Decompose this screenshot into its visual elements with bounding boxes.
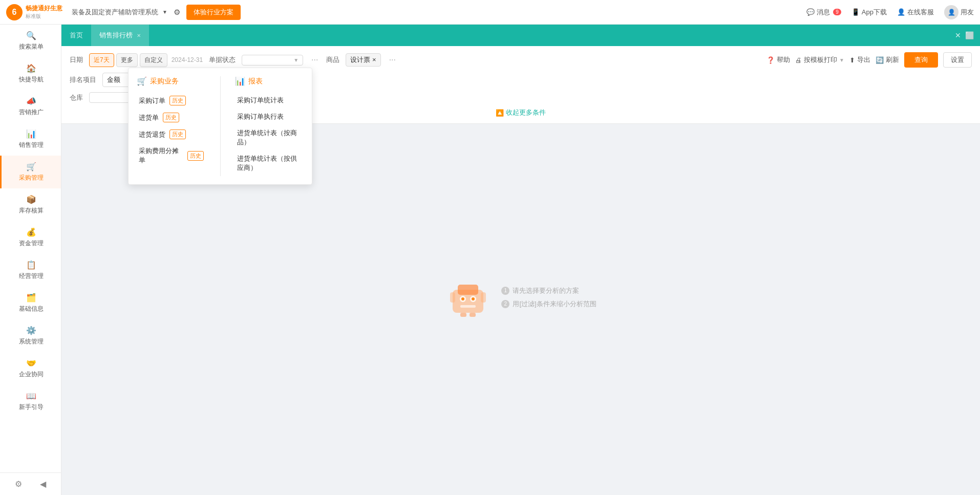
refresh-button[interactable]: 🔄 刷新 <box>876 55 899 64</box>
logo-text: 畅捷通好生意 标准版 <box>26 4 62 20</box>
sidebar-item-system[interactable]: ⚙️ 系统管理 <box>0 319 61 352</box>
toolbar-row: 日期 近7天 更多 自定义 2024-12-31 单据状态 ▼ ··· <box>70 52 972 68</box>
sidebar-item-basic[interactable]: 🗂️ 基础信息 <box>0 287 61 319</box>
sidebar-item-purchase[interactable]: 🛒 采购管理 <box>0 156 61 188</box>
print-icon: 🖨 <box>795 56 802 64</box>
top-bar: 6 畅捷通好生意 标准版 装备及固定资产辅助管理系统 ▼ ⚙ 体验行业方案 💬 … <box>0 0 980 25</box>
history-badge-3: 历史 <box>187 151 204 161</box>
menu-item-purchase-receipt[interactable]: 进货单 历史 <box>137 109 206 126</box>
hint2-num: 2 <box>501 300 509 308</box>
refresh-icon: 🔄 <box>876 56 884 64</box>
menu-item-report-receipt-supplier[interactable]: 进货单统计表（按供应商） <box>235 150 304 176</box>
logo-icon: 6 <box>6 4 23 20</box>
tab-close-icon[interactable]: ✕ <box>137 33 141 38</box>
search-icon: 🔍 <box>26 31 36 40</box>
user-menu-button[interactable]: 👤 用友 <box>944 5 974 19</box>
settings-button[interactable]: 设置 <box>943 52 972 68</box>
rank-label: 排名项目 <box>70 75 96 84</box>
industry-button[interactable]: 体验行业方案 <box>186 5 241 20</box>
menu-section-reports: 📊 报表 采购订单统计表 采购订单执行表 进货单统计表（按商品） <box>235 76 304 176</box>
operations-icon: 📋 <box>26 260 36 270</box>
hint1-num: 1 <box>501 287 509 295</box>
doc-status-select[interactable]: ▼ <box>242 55 303 66</box>
sidebar-item-search[interactable]: 🔍 搜索菜单 <box>0 25 61 57</box>
menu-section-reports-title: 📊 报表 <box>235 76 304 86</box>
goods-tag: 设计票 × <box>346 53 380 67</box>
sidebar-item-inventory[interactable]: 📦 库存核算 <box>0 188 61 221</box>
date-btn-custom[interactable]: 自定义 <box>140 53 167 67</box>
sidebar-settings-btn[interactable]: ⚙ <box>15 479 22 489</box>
main-content: 首页 销售排行榜 ✕ ✕ ⬜ 日期 近7天 更多 <box>61 25 980 495</box>
date-btn-7days[interactable]: 近7天 <box>89 53 114 67</box>
settings-icon[interactable]: ⚙ <box>174 8 180 17</box>
date-range: 近7天 更多 自定义 2024-12-31 <box>89 53 203 67</box>
query-button[interactable]: 查询 <box>904 52 938 68</box>
date-btn-more[interactable]: 更多 <box>116 53 138 67</box>
menu-item-report-receipt-goods[interactable]: 进货单统计表（按商品） <box>235 125 304 150</box>
tab-close-button[interactable]: ✕ <box>955 31 961 39</box>
sidebar-item-guide[interactable]: 📖 新手引导 <box>0 385 61 418</box>
svg-rect-7 <box>450 292 455 303</box>
help-icon: ❓ <box>766 56 775 64</box>
sidebar-item-marketing[interactable]: 📣 营销推广 <box>0 90 61 123</box>
collapse-button[interactable]: 🔼 收起更多条件 <box>496 108 546 117</box>
empty-hint-2: 2 用[过滤]条件来缩小分析范围 <box>501 299 596 309</box>
messages-button[interactable]: 💬 消息 9 <box>806 8 841 17</box>
tab-sales-rank[interactable]: 销售排行榜 ✕ <box>91 25 149 46</box>
history-badge-2: 历史 <box>169 130 186 139</box>
service-icon: 👤 <box>897 8 905 16</box>
svg-rect-1 <box>458 285 478 295</box>
menu-section-purchase: 🛒 采购业务 采购订单 历史 进货单 历史 进货退货 <box>137 76 206 176</box>
svg-rect-6 <box>460 305 476 308</box>
app-download-button[interactable]: 📱 App下载 <box>851 8 887 17</box>
svg-point-4 <box>461 297 464 300</box>
tab-home[interactable]: 首页 <box>61 25 91 46</box>
empty-illustration <box>445 274 491 320</box>
sidebar-item-sales[interactable]: 📊 销售管理 <box>0 123 61 156</box>
sidebar-item-enterprise[interactable]: 🤝 企业协同 <box>0 352 61 385</box>
tab-restore-button[interactable]: ⬜ <box>965 31 974 39</box>
system-icon: ⚙️ <box>26 326 36 335</box>
system-title-dropdown[interactable]: ▼ <box>162 9 167 15</box>
empty-hint-1: 1 请先选择要分析的方案 <box>501 286 596 295</box>
sidebar-collapse-btn[interactable]: ◀ <box>40 479 46 489</box>
marketing-icon: 📣 <box>26 96 36 106</box>
menu-item-report-order-exec[interactable]: 采购订单执行表 <box>235 109 304 125</box>
print-dropdown-icon: ▼ <box>839 57 844 63</box>
export-icon: ⬆ <box>849 56 855 64</box>
date-label: 日期 <box>70 55 83 64</box>
system-title-area: 装备及固定资产辅助管理系统 ▼ ⚙ <box>72 8 180 17</box>
print-button[interactable]: 🖨 按模板打印 ▼ <box>795 55 844 64</box>
finance-icon: 💰 <box>26 227 36 237</box>
menu-item-purchase-order[interactable]: 采购订单 历史 <box>137 92 206 109</box>
empty-hints: 1 请先选择要分析的方案 2 用[过滤]条件来缩小分析范围 <box>501 286 596 309</box>
svg-point-5 <box>472 297 475 300</box>
sales-icon: 📊 <box>26 129 36 139</box>
goods-more[interactable]: ··· <box>387 55 398 64</box>
menu-item-report-order-stat[interactable]: 采购订单统计表 <box>235 92 304 109</box>
export-button[interactable]: ⬆ 导出 <box>849 55 870 64</box>
purchase-icon: 🛒 <box>26 162 36 171</box>
user-avatar: 👤 <box>944 5 958 19</box>
tab-bar-actions: ✕ ⬜ <box>955 31 980 39</box>
message-icon: 💬 <box>806 8 815 16</box>
enterprise-icon: 🤝 <box>26 358 36 368</box>
svg-rect-8 <box>481 292 486 303</box>
online-service-button[interactable]: 👤 在线客服 <box>897 8 934 17</box>
empty-content: 1 请先选择要分析的方案 2 用[过滤]条件来缩小分析范围 <box>445 274 596 320</box>
system-title-text: 装备及固定资产辅助管理系统 <box>72 8 158 17</box>
tab-bar: 首页 销售排行榜 ✕ ✕ ⬜ <box>61 25 980 46</box>
sidebar-item-finance[interactable]: 💰 资金管理 <box>0 221 61 254</box>
menu-item-purchase-expense[interactable]: 采购费用分摊单 历史 <box>137 143 206 168</box>
help-button[interactable]: ❓ 帮助 <box>766 55 790 64</box>
menu-item-purchase-return[interactable]: 进货退货 历史 <box>137 126 206 143</box>
history-badge-0: 历史 <box>169 96 186 105</box>
history-badge-1: 历史 <box>163 113 179 122</box>
svg-rect-10 <box>470 313 476 317</box>
sidebar-item-operations[interactable]: 📋 经营管理 <box>0 254 61 287</box>
purchase-dropdown-menu[interactable]: 🛒 采购业务 采购订单 历史 进货单 历史 进货退货 <box>128 68 312 185</box>
doc-status-more[interactable]: ··· <box>309 55 320 64</box>
inventory-icon: 📦 <box>26 195 36 204</box>
sidebar-item-quicknav[interactable]: 🏠 快捷导航 <box>0 57 61 90</box>
home-icon: 🏠 <box>26 63 36 73</box>
